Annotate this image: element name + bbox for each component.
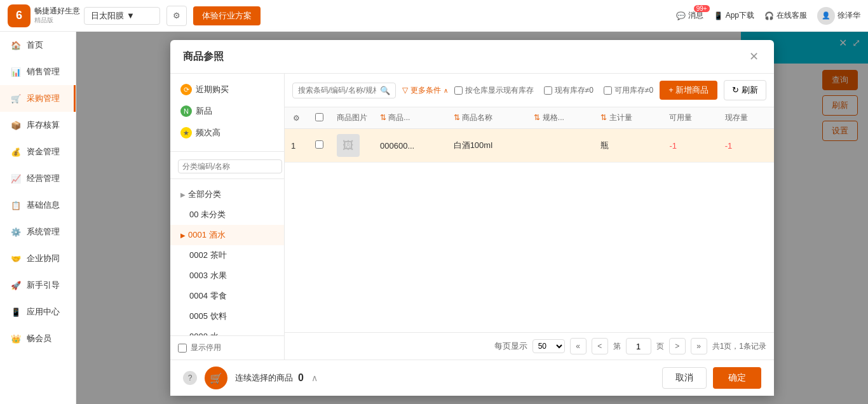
cat-label-uncategorized: 00 未分类 xyxy=(180,209,226,220)
app-download-button[interactable]: 📱 App下载 xyxy=(714,10,754,21)
sidebar-item-enterprise[interactable]: 🤝 企业协同 xyxy=(0,245,76,272)
apps-icon: 📱 xyxy=(10,306,22,318)
message-button[interactable]: 💬 消息 99+ xyxy=(676,10,703,21)
cat-item-all[interactable]: ▶ 全部分类 xyxy=(170,184,284,205)
sidebar-label-operations: 经营管理 xyxy=(27,173,60,184)
show-disabled-label: 显示停用 xyxy=(191,342,221,353)
last-page-button[interactable]: » xyxy=(691,338,707,354)
home-icon: 🏠 xyxy=(10,39,22,51)
next-page-button[interactable]: > xyxy=(669,338,686,354)
sales-icon: 📊 xyxy=(10,66,22,77)
sidebar-label-system: 系统管理 xyxy=(27,226,60,238)
available-filter-checkbox[interactable] xyxy=(544,86,552,95)
cancel-button[interactable]: 取消 xyxy=(662,367,707,389)
new-product-icon: N xyxy=(180,105,192,117)
sidebar-item-basic-info[interactable]: 📋 基础信息 xyxy=(0,192,76,219)
cat-item-uncategorized[interactable]: 00 未分类 xyxy=(170,205,284,225)
row-checkbox[interactable] xyxy=(315,140,323,149)
table-row[interactable]: 1 🖼 000600... 白酒100ml 瓶 xyxy=(285,129,774,163)
sort-icon-name: ⇅ xyxy=(454,113,460,122)
product-search-input[interactable] xyxy=(298,86,376,95)
modal-title: 商品参照 xyxy=(183,50,224,64)
show-disabled-area: 显示停用 xyxy=(170,335,284,360)
sidebar-item-system[interactable]: ⚙️ 系统管理 xyxy=(0,219,76,245)
basic-info-icon: 📋 xyxy=(10,199,22,211)
filter-label: 更多条件 xyxy=(410,85,441,96)
logo-area: 6 畅捷通好生意 精品版 xyxy=(8,4,84,27)
cat-item-tea[interactable]: 0002 茶叶 xyxy=(170,245,284,266)
product-thumbnail: 🖼 xyxy=(337,134,360,157)
product-table-container: ⚙ 商品图片 ⇅ 商品... xyxy=(285,107,774,332)
logo-sub: 精品版 xyxy=(34,16,80,25)
help-icon-button[interactable]: ? xyxy=(183,371,197,385)
sort-icon-unit: ⇅ xyxy=(600,113,607,122)
user-avatar[interactable]: 👤 徐泽华 xyxy=(817,7,860,25)
category-tree: ▶ 全部分类 00 未分类 ▶ 0001 酒水 0002 茶 xyxy=(170,179,284,335)
td-spec xyxy=(527,129,594,163)
refresh-button[interactable]: ↻ 刷新 xyxy=(724,80,766,100)
sidebar-item-home[interactable]: 🏠 首页 xyxy=(0,32,76,58)
search-icon[interactable]: 🔍 xyxy=(380,86,390,95)
sidebar-item-inventory[interactable]: 📦 库存核算 xyxy=(0,112,76,138)
selected-count-badge: 0 xyxy=(298,372,304,384)
th-checkbox xyxy=(308,107,330,129)
more-filter-button[interactable]: ▽ 更多条件 ∧ xyxy=(402,85,448,96)
store-name: 日太阳膜 xyxy=(91,10,124,22)
per-page-select[interactable]: 50 10 20 100 xyxy=(532,339,565,353)
category-search-input[interactable] xyxy=(178,159,282,173)
page-info: 共1页，1条记录 xyxy=(712,341,766,352)
confirm-button[interactable]: 确定 xyxy=(713,367,761,389)
sidebar-item-operations[interactable]: 📈 经营管理 xyxy=(0,165,76,192)
sidebar-label-home: 首页 xyxy=(27,39,43,51)
first-page-button[interactable]: « xyxy=(570,338,587,354)
select-all-checkbox[interactable] xyxy=(315,113,323,121)
table-body: 1 🖼 000600... 白酒100ml 瓶 xyxy=(285,129,774,163)
sidebar-item-guide[interactable]: 🚀 新手引导 xyxy=(0,272,76,299)
sidebar-item-finance[interactable]: 💰 资金管理 xyxy=(0,138,76,165)
show-disabled-checkbox[interactable] xyxy=(178,344,187,353)
category-search-area: 🔍 xyxy=(170,154,284,179)
usable-filter-checkbox[interactable] xyxy=(604,86,612,95)
experience-button[interactable]: 体验行业方案 xyxy=(193,6,261,25)
prev-page-button[interactable]: < xyxy=(592,338,608,354)
quick-item-recent[interactable]: ⟳ 近期购买 xyxy=(170,79,284,100)
sidebar-item-apps[interactable]: 📱 应用中心 xyxy=(0,299,76,325)
warehouse-filter-checkbox[interactable] xyxy=(454,86,463,95)
add-product-button[interactable]: + 新增商品 xyxy=(660,81,717,100)
sidebar-item-member[interactable]: 👑 畅会员 xyxy=(0,325,76,352)
cat-item-fruit[interactable]: 0003 水果 xyxy=(170,266,284,286)
settings-icon-button[interactable]: ⚙ xyxy=(166,6,187,26)
enterprise-icon: 🤝 xyxy=(10,253,22,264)
cat-item-snacks[interactable]: 0004 零食 xyxy=(170,286,284,306)
sidebar-item-purchase[interactable]: 🛒 采购管理 xyxy=(0,85,76,112)
cat-item-beverage[interactable]: 0005 饮料 xyxy=(170,306,284,327)
logo-text: 畅捷通好生意 xyxy=(34,6,80,17)
filter-arrow-icon: ∧ xyxy=(444,87,448,94)
product-search-bar: 🔍 xyxy=(292,83,396,98)
recent-icon: ⟳ xyxy=(180,84,192,95)
operations-icon: 📈 xyxy=(10,173,22,184)
continuous-select-area: 连续选择的商品 0 xyxy=(235,372,304,384)
footer-buttons: 取消 确定 xyxy=(662,367,761,389)
quick-item-frequent[interactable]: ★ 频次高 xyxy=(170,122,284,144)
available-filter-label[interactable]: 现有库存≠0 xyxy=(544,85,593,96)
page-number-input[interactable] xyxy=(626,338,651,354)
topbar-center: 日太阳膜 ▼ ⚙ 体验行业方案 xyxy=(84,6,676,26)
td-image: 🖼 xyxy=(330,129,374,163)
warehouse-filter-label[interactable]: 按仓库显示现有库存 xyxy=(454,85,534,96)
store-selector[interactable]: 日太阳膜 ▼ xyxy=(84,7,160,25)
cat-item-water[interactable]: 0008 水 xyxy=(170,327,284,335)
available-filter-text: 现有库存≠0 xyxy=(555,85,593,96)
usable-filter-label[interactable]: 可用库存≠0 xyxy=(604,85,653,96)
th-available: 可用量 xyxy=(663,107,718,129)
cart-button[interactable]: 🛒 xyxy=(205,367,227,389)
th-image: 商品图片 xyxy=(330,107,374,129)
sidebar-item-sales[interactable]: 📊 销售管理 xyxy=(0,58,76,85)
avatar-image: 👤 xyxy=(817,7,835,25)
th-stock: 现存量 xyxy=(719,107,774,129)
collapse-arrow-icon[interactable]: ∧ xyxy=(311,373,318,383)
modal-close-button[interactable]: ✕ xyxy=(746,49,761,64)
online-service-button[interactable]: 🎧 在线客服 xyxy=(764,10,807,21)
quick-item-new[interactable]: N 新品 xyxy=(170,100,284,122)
cat-item-liquor[interactable]: ▶ 0001 酒水 xyxy=(170,225,284,245)
